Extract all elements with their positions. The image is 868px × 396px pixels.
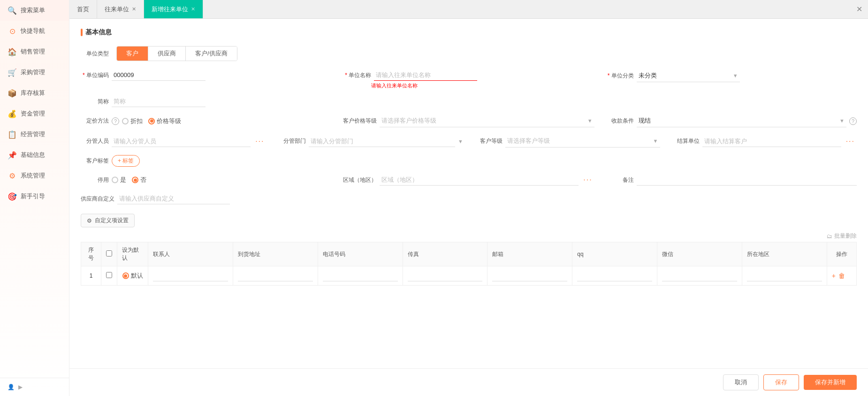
purchase-icon: 🛒 <box>8 68 17 77</box>
customer-level-select[interactable]: 请选择客户等级 ▼ <box>505 135 660 148</box>
tab-home[interactable]: 首页 <box>69 0 97 18</box>
remark-input[interactable] <box>637 174 857 186</box>
row-address-input[interactable] <box>238 270 313 281</box>
row-codes: 单位编码 单位名称 请输入往来单位名称 单位分类 未分类 ▼ <box>81 70 857 89</box>
row-checkbox[interactable] <box>106 272 112 278</box>
manager-field: 分管人员 ··· <box>81 136 266 147</box>
batch-delete-icon: 🗂 <box>827 233 832 240</box>
unit-type-customer[interactable]: 客户 <box>117 47 148 61</box>
finance-icon: 💰 <box>8 109 17 118</box>
settlement-unit-ellipsis[interactable]: ··· <box>844 137 857 146</box>
sidebar: 🔍 搜索菜单 ⊙ 快捷导航 🏠 销售管理 🛒 采购管理 📦 库存核算 💰 资金管… <box>0 0 69 396</box>
row-wechat-input[interactable] <box>662 270 737 281</box>
pricing-method-radio-group: 折扣 价格等级 <box>122 117 181 125</box>
dept-input[interactable] <box>309 136 456 147</box>
pricing-method-help-icon[interactable]: ? <box>112 117 119 125</box>
cell-region <box>742 266 827 286</box>
unit-code-field: 单位编码 <box>81 70 332 81</box>
row-email-input[interactable] <box>492 270 567 281</box>
save-button[interactable]: 保存 <box>763 374 799 390</box>
sidebar-item-operations[interactable]: 📋 经营管理 <box>0 124 69 145</box>
table-select-all[interactable] <box>106 250 112 256</box>
radio-disabled-yes-circle <box>112 177 118 183</box>
row-delete-btn[interactable]: 🗑 <box>838 272 845 280</box>
radio-discount-circle <box>122 118 129 124</box>
radio-disabled-no-circle <box>132 177 138 183</box>
manager-input[interactable] <box>112 136 251 147</box>
sidebar-expand-icon: ▶ <box>18 384 23 390</box>
unit-code-input[interactable] <box>112 70 206 81</box>
sidebar-item-purchase[interactable]: 🛒 采购管理 <box>0 62 69 83</box>
unit-type-group: 客户 供应商 客户/供应商 <box>116 46 237 61</box>
sidebar-item-basic-info[interactable]: 📌 基础信息 <box>0 145 69 165</box>
cell-action: + 🗑 <box>827 266 856 286</box>
settlement-unit-input[interactable] <box>702 136 841 147</box>
unit-type-both[interactable]: 客户/供应商 <box>186 47 237 61</box>
unit-name-label: 单位名称 <box>343 71 371 79</box>
area-ellipsis[interactable]: ··· <box>581 176 594 184</box>
main-area: 首页 往来单位 ✕ 新增往来单位 ✕ ✕ 基本信息 单位类型 客户 供应商 客户… <box>69 0 868 396</box>
row-add-btn[interactable]: + <box>832 272 836 280</box>
sidebar-item-guide[interactable]: 🎯 新手引导 <box>0 186 69 207</box>
payment-terms-select[interactable]: 现结 ▼ <box>637 115 846 127</box>
cell-address <box>233 266 318 286</box>
row-default-circle <box>122 272 129 279</box>
row-qq-input[interactable] <box>577 270 652 281</box>
quick-nav-icon: ⊙ <box>8 26 17 36</box>
save-new-button[interactable]: 保存并新增 <box>804 375 857 390</box>
tab-partner[interactable]: 往来单位 ✕ <box>97 0 144 18</box>
tabs-bar: 首页 往来单位 ✕ 新增往来单位 ✕ ✕ <box>69 0 868 19</box>
unit-category-chevron: ▼ <box>733 73 738 78</box>
disabled-radio-group: 是 否 <box>112 176 146 184</box>
unit-type-supplier[interactable]: 供应商 <box>148 47 186 61</box>
cell-default: 默认 <box>117 266 148 286</box>
th-fax: 传真 <box>403 242 487 266</box>
th-wechat: 微信 <box>657 242 742 266</box>
row-default-radio[interactable]: 默认 <box>122 272 143 280</box>
sidebar-item-inventory[interactable]: 📦 库存核算 <box>0 83 69 103</box>
unit-category-select[interactable]: 未分类 ▼ <box>637 70 740 82</box>
row-pricing: 定价方法 ? 折扣 价格等级 客户价格等级 请选择客户价格等级 <box>81 115 857 127</box>
tabs-close-all[interactable]: ✕ <box>851 5 868 14</box>
batch-delete-label[interactable]: 批量删除 <box>834 232 857 240</box>
row-fax-input[interactable] <box>408 270 483 281</box>
area-input[interactable] <box>380 174 579 186</box>
unit-name-input[interactable] <box>374 70 477 81</box>
sidebar-item-finance[interactable]: 💰 资金管理 <box>0 103 69 124</box>
customer-tag-add-btn[interactable]: + 标签 <box>112 155 140 167</box>
sidebar-item-quick-nav[interactable]: ⊙ 快捷导航 <box>0 21 69 41</box>
row-contact-input[interactable] <box>153 270 228 281</box>
customer-level-label: 客户等级 <box>474 137 503 145</box>
row-phone-input[interactable] <box>323 270 398 281</box>
sidebar-item-sales[interactable]: 🏠 销售管理 <box>0 41 69 62</box>
remark-field: 备注 <box>606 174 857 186</box>
custom-settings-button[interactable]: ⚙ 自定义项设置 <box>81 214 135 227</box>
sidebar-bottom: 👤 ▶ <box>0 378 69 396</box>
cell-contact <box>148 266 233 286</box>
disabled-no[interactable]: 否 <box>132 176 146 184</box>
customer-price-level-select[interactable]: 请选择客户价格等级 ▼ <box>380 115 594 127</box>
tab-partner-close[interactable]: ✕ <box>132 6 136 12</box>
abbr-input[interactable] <box>112 96 206 107</box>
row-action-group: + 🗑 <box>832 272 852 280</box>
system-icon: ⚙ <box>8 171 17 180</box>
tab-new-partner-close[interactable]: ✕ <box>191 6 195 12</box>
manager-ellipsis[interactable]: ··· <box>253 137 266 146</box>
unit-type-label: 单位类型 <box>81 50 109 58</box>
sidebar-item-system[interactable]: ⚙ 系统管理 <box>0 165 69 186</box>
supplier-custom-input[interactable] <box>117 193 230 204</box>
th-default: 设为默认 <box>117 242 148 266</box>
disabled-yes[interactable]: 是 <box>112 176 126 184</box>
unit-name-container: 单位名称 请输入往来单位名称 <box>343 70 594 89</box>
pricing-method-discount[interactable]: 折扣 <box>122 117 143 125</box>
section-icon-bar <box>81 29 83 36</box>
sidebar-item-search[interactable]: 🔍 搜索菜单 <box>0 0 69 21</box>
area-label: 区域（地区） <box>343 176 377 184</box>
row-region-input[interactable] <box>747 270 822 281</box>
th-email: 邮箱 <box>487 242 572 266</box>
pricing-method-price-level[interactable]: 价格等级 <box>148 117 181 125</box>
tab-new-partner[interactable]: 新增往来单位 ✕ <box>144 0 203 18</box>
cancel-button[interactable]: 取消 <box>723 374 759 390</box>
payment-terms-help-icon[interactable]: ? <box>849 117 857 125</box>
manager-label: 分管人员 <box>81 137 109 145</box>
